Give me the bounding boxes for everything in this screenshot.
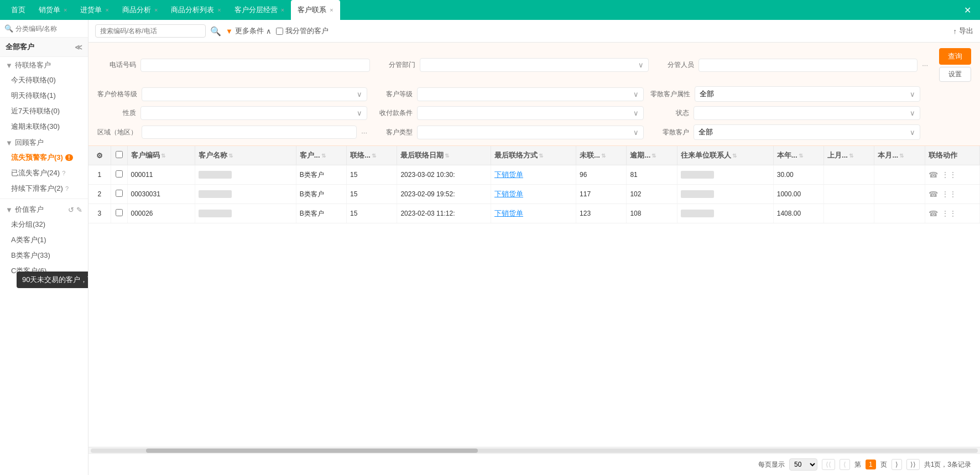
my-customers-checkbox[interactable] xyxy=(276,28,283,35)
sort-icon: ⇅ xyxy=(799,153,803,159)
close-all-button[interactable]: ✕ xyxy=(960,5,976,15)
th-this-month[interactable]: 本月...⇅ xyxy=(874,146,925,165)
status-select[interactable]: ∨ xyxy=(694,106,920,120)
horizontal-scrollbar[interactable] xyxy=(88,447,980,453)
th-code[interactable]: 客户编码⇅ xyxy=(127,146,195,165)
action-buttons: 查询 设置 xyxy=(939,48,971,82)
th-last-date[interactable]: 最后联络日期⇅ xyxy=(397,146,491,165)
close-icon[interactable]: × xyxy=(64,7,67,13)
more-icon[interactable]: ⋮⋮ xyxy=(941,170,957,179)
search-button[interactable]: 🔍 xyxy=(210,26,221,36)
tab-product-list[interactable]: 商品分析列表 × xyxy=(164,0,227,20)
close-icon[interactable]: × xyxy=(105,7,108,13)
more-icon[interactable]: ⋮⋮ xyxy=(941,209,957,218)
close-icon[interactable]: × xyxy=(281,7,284,13)
more-icon[interactable]: ⋮⋮ xyxy=(941,190,957,199)
scatter-select[interactable]: 全部 ∨ xyxy=(694,124,920,140)
row-checkbox[interactable] xyxy=(116,190,123,197)
sidebar-all-customers[interactable]: 全部客户 ≪ xyxy=(0,38,88,57)
tab-customer-tier[interactable]: 客户分层经营 × xyxy=(228,0,291,20)
th-checkbox[interactable] xyxy=(111,146,127,165)
my-customers-checkbox-label[interactable]: 我分管的客户 xyxy=(276,26,329,36)
last-page-button[interactable]: ⟩⟩ xyxy=(906,459,920,470)
sidebar-item-tomorrow[interactable]: 明天待联络(1) xyxy=(0,88,88,103)
th-contact-person[interactable]: 往来单位联系人⇅ xyxy=(677,146,773,165)
payment-select[interactable]: ∨ xyxy=(417,106,644,120)
sidebar-item-churned[interactable]: 已流失客户(24) ? xyxy=(0,165,88,181)
contact-icon[interactable]: ☎ xyxy=(929,190,938,199)
dept-select[interactable]: ∨ xyxy=(420,58,649,72)
tab-purchase[interactable]: 进货单 × xyxy=(74,0,115,20)
phone-input[interactable] xyxy=(140,59,370,72)
tab-home[interactable]: 首页 xyxy=(4,0,32,20)
sidebar-item-7days[interactable]: 近7天待联络(0) xyxy=(0,103,88,119)
ellipsis-icon[interactable]: ··· xyxy=(361,128,367,137)
customer-level-label: 客户等级 xyxy=(374,90,413,99)
query-button[interactable]: 查询 xyxy=(939,48,971,65)
sidebar-item-overdue[interactable]: 逾期未联络(30) xyxy=(0,119,88,134)
sidebar-group-review[interactable]: ▼ 回顾客户 xyxy=(0,134,88,150)
sidebar-group-value[interactable]: ▼ 价值客户 ↺ ✎ xyxy=(0,201,88,217)
row-checkbox[interactable] xyxy=(116,170,123,178)
prev-page-button[interactable]: ⟨ xyxy=(840,459,850,470)
close-icon[interactable]: × xyxy=(330,7,333,13)
row-code: 000011 xyxy=(127,165,195,185)
close-icon[interactable]: × xyxy=(154,7,158,13)
more-conditions-button[interactable]: ▼ 更多条件 ∧ xyxy=(226,26,272,36)
search-input[interactable] xyxy=(95,24,206,38)
settings-button[interactable]: 设置 xyxy=(939,67,971,82)
person-input[interactable] xyxy=(698,59,918,72)
nature-label: 性质 xyxy=(97,108,136,118)
contact-icon[interactable]: ☎ xyxy=(929,170,938,179)
scatter-attr-select[interactable]: 全部 ∨ xyxy=(695,86,920,102)
per-page-select[interactable]: 50 100 xyxy=(789,458,817,471)
customer-type-select[interactable]: ∨ xyxy=(417,126,644,139)
row-checkbox[interactable] xyxy=(116,209,123,216)
sidebar-item-unclassified[interactable]: 未分组(32) xyxy=(0,217,88,232)
customer-type-label: 客户类型 xyxy=(374,128,413,137)
th-this-year[interactable]: 本年...⇅ xyxy=(773,146,823,165)
sidebar-search-input[interactable] xyxy=(15,25,88,33)
sidebar-item-churn-warning[interactable]: 流失预警客户(3) ! xyxy=(0,150,88,165)
th-name[interactable]: 客户名称⇅ xyxy=(195,146,296,165)
tab-customer-contact[interactable]: 客户联系 × xyxy=(291,0,340,20)
th-unlisted[interactable]: 未联...⇅ xyxy=(576,146,627,165)
first-page-button[interactable]: ⟨⟨ xyxy=(822,459,835,470)
ellipsis-icon[interactable]: ··· xyxy=(922,61,928,69)
select-all-checkbox[interactable] xyxy=(116,151,123,158)
export-button[interactable]: ↑ 导出 xyxy=(953,26,974,36)
price-level-select[interactable]: ∨ xyxy=(142,87,367,101)
scatter-label: 零散客户 xyxy=(650,128,689,137)
sidebar-item-declining[interactable]: 持续下滑客户(2) ? xyxy=(0,181,88,196)
sidebar-item-today[interactable]: 今天待联络(0) xyxy=(0,72,88,88)
edit-icon[interactable]: ✎ xyxy=(76,206,82,214)
region-input[interactable] xyxy=(142,126,357,139)
contact-icon[interactable]: ☎ xyxy=(929,209,938,218)
next-page-button[interactable]: ⟩ xyxy=(892,459,902,470)
action-icons: ☎ ⋮⋮ xyxy=(929,170,976,179)
th-last-month[interactable]: 上月...⇅ xyxy=(824,146,874,165)
gear-icon[interactable]: ⚙ xyxy=(96,152,103,160)
tab-product-analysis[interactable]: 商品分析 × xyxy=(116,0,164,20)
nature-select[interactable]: ∨ xyxy=(140,106,367,120)
sidebar-item-class-a[interactable]: A类客户(1) xyxy=(0,232,88,248)
th-type[interactable]: 客户...⇅ xyxy=(296,146,346,165)
last-method-link[interactable]: 下销货单 xyxy=(494,170,523,179)
scrollbar-thumb[interactable] xyxy=(146,448,478,453)
last-method-link[interactable]: 下销货单 xyxy=(494,209,523,217)
customer-level-select[interactable]: ∨ xyxy=(417,87,644,101)
sidebar-group-pending[interactable]: ▼ 待联络客户 xyxy=(0,57,88,72)
collapse-icon[interactable]: ≪ xyxy=(75,43,82,51)
dept-label: 分管部门 xyxy=(377,60,415,70)
filter-row-3: 性质 ∨ 收付款条件 ∨ 状态 xyxy=(97,106,971,120)
th-last-method[interactable]: 最后联络方式⇅ xyxy=(491,146,576,165)
tab-sales[interactable]: 销货单 × xyxy=(32,0,74,20)
sidebar-item-class-b[interactable]: B类客户(33) xyxy=(0,248,88,263)
th-contact[interactable]: 联络...⇅ xyxy=(347,146,397,165)
row-type: B类客户 xyxy=(296,165,346,185)
th-overdue[interactable]: 逾期...⇅ xyxy=(627,146,677,165)
last-method-link[interactable]: 下销货单 xyxy=(494,190,523,198)
close-icon[interactable]: × xyxy=(217,7,221,13)
refresh-icon[interactable]: ↺ xyxy=(68,206,74,214)
row-overdue: 108 xyxy=(627,204,677,223)
